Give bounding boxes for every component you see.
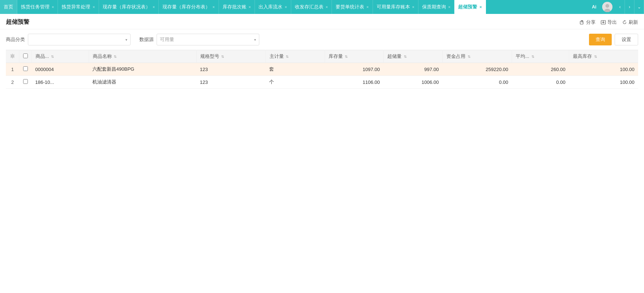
export-icon: [601, 20, 606, 25]
row-spec: 123: [196, 76, 266, 89]
refresh-button[interactable]: 刷新: [622, 19, 638, 26]
col-over-stock[interactable]: 超储量 ⇅: [384, 50, 443, 63]
share-button[interactable]: 分享: [579, 19, 596, 26]
nav-tab-pick-exception-close[interactable]: ×: [92, 5, 95, 9]
row-product-name: 机油滤清器: [89, 76, 196, 89]
col-over-stock-sort: ⇅: [404, 55, 407, 59]
row-stock: 1106.00: [325, 76, 384, 89]
col-max-stock[interactable]: 最高库存 ⇅: [569, 50, 638, 63]
nav-tab-overstock[interactable]: 超储预警 ×: [454, 0, 486, 14]
row-unit: 个: [266, 76, 325, 89]
nav-tab-overstock-close[interactable]: ×: [479, 5, 482, 9]
nav-tab-home-label: 首页: [4, 4, 13, 10]
col-stock[interactable]: 库存量 ⇅: [325, 50, 384, 63]
row-product-code: 186-10...: [32, 76, 89, 89]
col-product-name[interactable]: 商品名称 ⇅: [89, 50, 196, 63]
datasource-select-arrow: ▾: [254, 38, 256, 42]
nav-tab-order-stat[interactable]: 要货单统计表 ×: [332, 0, 373, 14]
gear-icon: [10, 53, 15, 59]
nav-tab-available-stock[interactable]: 可用量库存账本 ×: [373, 0, 418, 14]
category-select-arrow: ▾: [125, 38, 127, 42]
col-spec[interactable]: 规格型号 ⇅: [196, 50, 266, 63]
nav-tab-pick-task[interactable]: 拣货任务管理 ×: [17, 0, 58, 14]
datasource-select[interactable]: 可用量 ▾: [157, 34, 259, 45]
col-spec-label: 规格型号: [200, 53, 219, 59]
nav-tab-pick-task-close[interactable]: ×: [52, 5, 54, 9]
nav-tab-expiry[interactable]: 保质期查询 ×: [418, 0, 454, 14]
col-settings[interactable]: [6, 50, 19, 63]
nav-tab-stock-dist-label: 现存量（库存分布表）: [162, 4, 210, 10]
nav-tab-pick-task-label: 拣货任务管理: [21, 4, 50, 10]
col-product-code[interactable]: 商品... ⇅: [32, 50, 89, 63]
col-max-stock-sort: ⇅: [594, 55, 597, 59]
query-button[interactable]: 查询: [589, 34, 612, 45]
nav-tab-available-stock-close[interactable]: ×: [412, 5, 414, 9]
col-capital[interactable]: 资金占用 ⇅: [443, 50, 512, 63]
nav-tab-stock-batch-close[interactable]: ×: [249, 5, 251, 9]
col-checkbox[interactable]: [19, 50, 32, 63]
datasource-label: 数据源: [139, 36, 154, 43]
col-over-stock-label: 超储量: [387, 53, 402, 59]
row-checkbox-cell[interactable]: [19, 63, 32, 76]
nav-right-arrow[interactable]: ›: [625, 0, 634, 14]
nav-tab-stock-batch[interactable]: 库存批次账 ×: [219, 0, 255, 14]
col-product-code-label: 商品...: [36, 53, 49, 59]
export-button[interactable]: 导出: [601, 19, 617, 26]
nav-left-arrow[interactable]: ‹: [615, 0, 625, 14]
nav-tab-overstock-label: 超储预警: [458, 4, 477, 10]
user-avatar[interactable]: [602, 2, 612, 12]
nav-tab-pick-exception[interactable]: 拣货异常处理 ×: [58, 0, 99, 14]
col-spec-sort: ⇅: [221, 55, 224, 59]
nav-more-arrow[interactable]: ⌄: [634, 0, 644, 14]
col-unit[interactable]: 主计量 ⇅: [266, 50, 325, 63]
table-container: 商品... ⇅ 商品名称 ⇅ 规格型号 ⇅ 主计量 ⇅: [0, 50, 644, 89]
row-checkbox[interactable]: [23, 79, 28, 84]
nav-tab-expiry-label: 保质期查询: [422, 4, 446, 10]
nav-tab-expiry-close[interactable]: ×: [448, 5, 450, 9]
nav-tab-recv-send-close[interactable]: ×: [326, 5, 328, 9]
row-spec: 123: [196, 63, 266, 76]
table-row: 2 186-10... 机油滤清器 123 个 1106.00 1006.00 …: [6, 76, 638, 89]
row-capital: 259220.00: [443, 63, 512, 76]
refresh-label: 刷新: [629, 19, 638, 26]
row-checkbox[interactable]: [23, 66, 28, 71]
nav-tab-recv-send-label: 收发存汇总表: [295, 4, 323, 10]
top-navigation: 首页 拣货任务管理 × 拣货异常处理 × 现存量（库存状况表） × 现存量（库存…: [0, 0, 644, 14]
nav-tab-stock-dist-close[interactable]: ×: [212, 5, 215, 9]
nav-tab-stock-dist[interactable]: 现存量（库存分布表） ×: [159, 0, 219, 14]
ai-button[interactable]: Ai: [589, 4, 599, 10]
nav-tab-order-stat-label: 要货单统计表: [336, 4, 364, 10]
nav-tab-order-stat-close[interactable]: ×: [366, 5, 369, 9]
settings-button[interactable]: 设置: [615, 34, 638, 45]
nav-tab-stock-status-close[interactable]: ×: [153, 5, 155, 9]
table-body: 1 0000004 六配套新昌490BPG 123 套 1097.00 997.…: [6, 63, 638, 89]
row-avg: 0.00: [512, 76, 569, 89]
avatar-icon: [602, 2, 612, 12]
nav-tab-inout-flow-close[interactable]: ×: [285, 5, 287, 9]
row-checkbox-cell[interactable]: [19, 76, 32, 89]
row-max-stock: 100.00: [569, 76, 638, 89]
col-stock-label: 库存量: [329, 53, 343, 59]
row-unit: 套: [266, 63, 325, 76]
nav-tab-stock-status[interactable]: 现存量（库存状况表） ×: [99, 0, 159, 14]
datasource-filter: 数据源 可用量 ▾: [139, 34, 259, 45]
col-avg[interactable]: 平均... ⇅: [512, 50, 569, 63]
col-product-code-sort: ⇅: [51, 55, 54, 59]
filter-bar: 商品分类 ▾ 数据源 可用量 ▾ 查询 设置: [0, 29, 644, 50]
page-header: 超储预警 分享 导出: [0, 14, 644, 29]
nav-tab-stock-batch-label: 库存批次账: [223, 4, 246, 10]
datasource-select-text: 可用量: [160, 36, 174, 43]
nav-tab-recv-send[interactable]: 收发存汇总表 ×: [291, 0, 332, 14]
category-select[interactable]: ▾: [28, 34, 131, 45]
col-avg-sort: ⇅: [531, 55, 534, 59]
col-max-stock-label: 最高库存: [573, 53, 592, 59]
category-filter: 商品分类 ▾: [6, 34, 131, 45]
col-unit-sort: ⇅: [286, 55, 289, 59]
row-over-stock: 997.00: [384, 63, 443, 76]
nav-tab-home[interactable]: 首页: [0, 0, 17, 14]
row-seq: 1: [6, 63, 19, 76]
svg-point-1: [605, 4, 609, 8]
row-max-stock: 100.00: [569, 63, 638, 76]
select-all-checkbox[interactable]: [23, 53, 28, 58]
nav-tab-inout-flow[interactable]: 出入库流水 ×: [255, 0, 291, 14]
